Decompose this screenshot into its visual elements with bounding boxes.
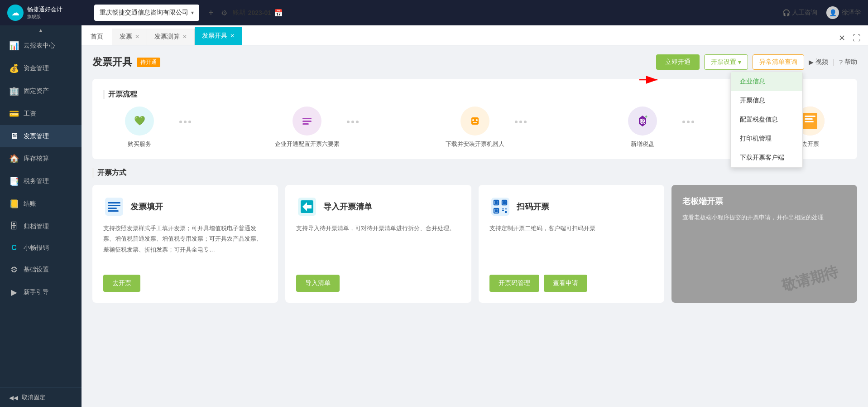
archive-icon: 🗄: [9, 222, 19, 231]
flow-step-add-tax: 税 + 新增税盘: [606, 107, 679, 148]
tab-bar: 首页 发票 ✕ 发票测算 ✕ 发票开具 ✕ ✕ ⛶: [82, 25, 868, 45]
svg-rect-22: [105, 198, 123, 216]
svg-rect-5: [302, 118, 312, 119]
tax-icon: 📑: [9, 176, 19, 186]
expand-window-button[interactable]: ⛶: [851, 32, 863, 45]
svg-rect-38: [502, 210, 504, 211]
tab-home[interactable]: 首页: [82, 29, 112, 45]
svg-rect-12: [473, 122, 477, 123]
add-button[interactable]: +: [208, 8, 214, 18]
sidebar-bottom: ◀◀ 取消固定: [0, 388, 82, 407]
svg-rect-21: [805, 121, 814, 122]
sidebar-item-cloud-report[interactable]: 📊 云报表中心: [0, 34, 82, 57]
cloud-report-icon: 📊: [9, 41, 19, 51]
dot: [179, 121, 182, 123]
sidebar-item-salary[interactable]: 💳 工资: [0, 102, 82, 125]
scan-buttons: 开票码管理 查看申请: [489, 275, 653, 292]
header-actions: + ⚙: [208, 8, 227, 18]
tab-invoice-calc[interactable]: 发票测算 ✕: [147, 29, 195, 45]
flow-step-buy-service: 💚 购买服务: [103, 107, 176, 148]
red-arrow-svg: [635, 73, 662, 87]
go-invoice-button[interactable]: 去开票: [103, 275, 140, 292]
period-display: 账期 2023-01 📅: [233, 9, 283, 17]
qrcode-manage-button[interactable]: 开票码管理: [489, 275, 539, 292]
settings-dropdown-menu: 企业信息 开票信息 配置税盘信息 打印机管理 下载开票客户端: [730, 72, 803, 168]
sidebar-item-xiaochang[interactable]: C 小畅报销: [0, 237, 82, 258]
tab-invoice[interactable]: 发票 ✕: [112, 29, 147, 45]
sidebar-item-archive[interactable]: 🗄 归档管理: [0, 215, 82, 237]
dropdown-item-tax-disk[interactable]: 配置税盘信息: [731, 110, 802, 129]
method-card-header-1: 发票填开: [103, 196, 267, 218]
cancel-fixed-button[interactable]: ◀◀ 取消固定: [0, 388, 82, 407]
tab-invoice-close[interactable]: ✕: [135, 34, 139, 40]
sidebar-item-guide[interactable]: ▶ 新手引导: [0, 281, 82, 304]
svg-rect-6: [302, 121, 312, 122]
svg-text:+: +: [645, 114, 647, 119]
logo-area: ☁ 畅捷通好会计 旗舰版: [7, 5, 89, 21]
abnormal-button[interactable]: 异常清单查询: [753, 54, 804, 70]
svg-text:税: 税: [639, 118, 646, 125]
open-button[interactable]: 立即开通: [656, 54, 700, 70]
tab-invoice-tool[interactable]: 发票开具 ✕: [195, 27, 242, 45]
help-button[interactable]: ? 帮助: [839, 58, 857, 66]
svg-text:💚: 💚: [134, 115, 145, 126]
company-selector[interactable]: 重庆畅捷交通信息咨询有限公司 ▾: [94, 5, 199, 21]
company-dropdown-icon: ▾: [191, 10, 194, 16]
download-robot-icon: [460, 107, 489, 136]
video-button[interactable]: ▶ 视频: [809, 58, 828, 66]
svg-point-11: [476, 119, 478, 121]
sidebar-item-fund[interactable]: 💰 资金管理: [0, 57, 82, 80]
settings-icon[interactable]: ⚙: [221, 9, 227, 17]
sidebar: ▲ 📊 云报表中心 💰 资金管理 🏢 固定资产 💳 工资 🖥 发票管理 🏠 库存…: [0, 25, 82, 407]
tab-invoice-calc-close[interactable]: ✕: [182, 34, 187, 40]
checkout-icon: 📒: [9, 199, 19, 209]
dot: [682, 121, 685, 123]
header-right: 🎧 人工咨询 👤 徐泽华: [782, 6, 861, 19]
logo-icon: ☁: [7, 5, 24, 21]
calendar-icon[interactable]: 📅: [274, 9, 283, 17]
dot: [687, 121, 690, 123]
tab-invoice-tool-close[interactable]: ✕: [230, 33, 235, 39]
dropdown-item-download-client[interactable]: 下载开票客户端: [731, 148, 802, 167]
svg-rect-39: [505, 208, 507, 209]
sidebar-item-fixed-assets[interactable]: 🏢 固定资产: [0, 80, 82, 102]
page-title-right: 立即开通 开票设置 ▾ 异常清单查询 ▶ 视频 | ? 帮助: [656, 54, 857, 70]
fixed-assets-icon: 🏢: [9, 86, 19, 96]
method-card-boss-invoice: 老板端开票 查看老板端小程序提交的开票申请，并作出相应的处理 敬请期待: [671, 185, 857, 303]
sidebar-item-invoice[interactable]: 🖥 发票管理: [0, 125, 82, 147]
import-list-button[interactable]: 导入清单: [296, 275, 340, 292]
avatar: 👤: [826, 6, 839, 19]
method-cards: 发票填开 支持按照发票样式手工填开发票；可开具增值税电子普通发票、增值税普通发票…: [92, 185, 857, 303]
svg-rect-34: [495, 201, 498, 204]
svg-rect-37: [502, 208, 504, 209]
manual-fill-icon: [103, 196, 125, 218]
view-apply-button[interactable]: 查看申请: [544, 275, 587, 292]
flow-dots-4: [679, 121, 706, 123]
dot: [347, 121, 350, 123]
dot: [524, 121, 527, 123]
page-title-bar: 发票开具 待开通 立即开通 开票设置 ▾ 异常清单查询 ▶ 视频 |: [92, 54, 857, 70]
user-menu[interactable]: 👤 徐泽华: [826, 6, 861, 19]
connector-3: [511, 121, 606, 134]
sidebar-item-checkout[interactable]: 📒 结账: [0, 193, 82, 215]
sidebar-item-tax[interactable]: 📑 税务管理: [0, 170, 82, 193]
flow-dots-3: [511, 121, 538, 123]
headset-icon: 🎧: [782, 9, 790, 16]
dropdown-item-company-info[interactable]: 企业信息: [731, 72, 802, 91]
dot: [356, 121, 359, 123]
main-layout: ▲ 📊 云报表中心 💰 资金管理 🏢 固定资产 💳 工资 🖥 发票管理 🏠 库存…: [0, 25, 868, 407]
svg-rect-36: [495, 209, 498, 212]
sidebar-item-basic[interactable]: ⚙ 基础设置: [0, 258, 82, 281]
sidebar-item-inventory[interactable]: 🏠 库存核算: [0, 147, 82, 170]
close-window-button[interactable]: ✕: [837, 31, 847, 45]
svg-rect-7: [302, 123, 309, 125]
dropdown-item-printer[interactable]: 打印机管理: [731, 129, 802, 148]
settings-button[interactable]: 开票设置 ▾: [704, 54, 748, 70]
consult-button[interactable]: 🎧 人工咨询: [782, 9, 817, 17]
buy-service-icon: 💚: [125, 107, 154, 136]
fund-icon: 💰: [9, 63, 19, 73]
dropdown-item-invoice-info[interactable]: 开票信息: [731, 91, 802, 110]
help-icon: ?: [839, 58, 843, 66]
sidebar-scroll-up[interactable]: ▲: [0, 25, 82, 34]
salary-icon: 💳: [9, 109, 19, 119]
